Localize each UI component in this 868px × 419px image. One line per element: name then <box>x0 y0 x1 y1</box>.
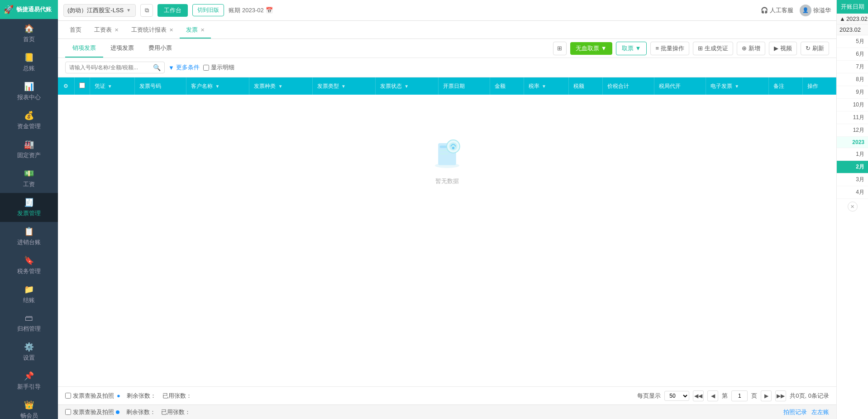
rp-item-10[interactable]: 2月 <box>837 161 868 173</box>
sidebar-item-固定资产[interactable]: 🏭 固定资产 <box>0 135 58 164</box>
photo-record-link[interactable]: 拍照记录 <box>783 408 807 416</box>
sidebar-item-税务管理[interactable]: 🔖 税务管理 <box>0 251 58 280</box>
rp-year-label-second: 2023.02 <box>839 26 861 33</box>
svg-point-7 <box>452 147 454 149</box>
sidebar-icon-11: ⚙️ <box>24 342 34 352</box>
sidebar-item-新手引导[interactable]: 📌 新手引导 <box>0 366 58 395</box>
status-used: 已用张数： <box>161 408 191 416</box>
sidebar-item-报表中心[interactable]: 📊 报表中心 <box>0 77 58 106</box>
show-detail-checkbox[interactable]: 显示明细 <box>203 63 234 72</box>
company-selector[interactable]: (勿动）江西股宝-LSS ▼ <box>63 4 136 17</box>
service-label: 人工客服 <box>770 6 793 14</box>
invoice-check-input[interactable] <box>65 393 71 399</box>
detail-checkbox-input[interactable] <box>203 65 209 71</box>
subtab-sales-invoice[interactable]: 销项发票 <box>65 39 103 58</box>
rp-item-5[interactable]: 10月 <box>837 99 868 111</box>
tab-payroll-label: 工资表 <box>94 26 112 34</box>
prev-page-btn[interactable]: ◀ <box>707 390 718 401</box>
next-page-btn[interactable]: ▶ <box>761 390 772 401</box>
footer-right: 每页显示 50 100 200 ◀◀ ◀ 第 页 ▶ ▶▶ 共0页, 0条记录 <box>637 390 829 401</box>
switch-version-button[interactable]: 切到旧版 <box>192 4 224 16</box>
batch-op-button[interactable]: ≡ 批量操作 <box>650 42 689 55</box>
workbench-button[interactable]: 工作台 <box>157 4 188 17</box>
grid-view-button[interactable]: ⊞ <box>553 42 567 55</box>
topbar-right: 🎧 人工客服 👤 徐溢华 <box>761 5 831 16</box>
invoice-check-checkbox[interactable]: 发票查验及拍照 ● <box>65 392 120 400</box>
sidebar-item-畅会员[interactable]: 👑 畅会员 <box>0 395 58 419</box>
col-invoice-type: 发票种类 ▼ <box>249 77 312 95</box>
tab-payroll[interactable]: 工资表 ✕ <box>88 22 125 39</box>
sidebar-item-结账[interactable]: 📁 结账 <box>0 280 58 309</box>
rp-item-6[interactable]: 11月 <box>837 111 868 124</box>
take-ticket-button[interactable]: 取票 ▼ <box>616 42 647 55</box>
no-take-ticket-button[interactable]: 无血取票 ▼ <box>570 42 612 55</box>
select-all-checkbox[interactable] <box>79 82 85 88</box>
sidebar-item-进销台账[interactable]: 📋 进销台账 <box>0 222 58 251</box>
rp-item-9[interactable]: 1月 <box>837 148 868 161</box>
first-page-btn[interactable]: ◀◀ <box>693 390 704 401</box>
filter-icon: ▼ <box>168 64 174 71</box>
sidebar-icon-12: 📌 <box>24 371 34 381</box>
rp-close-button[interactable]: ✕ <box>848 202 858 212</box>
sidebar-item-首页[interactable]: 🏠 首页 <box>0 19 58 48</box>
plus-icon: ⊕ <box>742 45 747 52</box>
tab-payroll-report[interactable]: 工资统计报表 ✕ <box>125 22 180 39</box>
rp-item-7[interactable]: 12月 <box>837 124 868 137</box>
tab-invoice-label: 发票 <box>186 26 198 34</box>
more-conditions-button[interactable]: ▼ 更多条件 <box>168 63 200 72</box>
tab-home[interactable]: 首页 <box>63 22 88 39</box>
sidebar-icon-9: 📁 <box>24 284 34 294</box>
voucher-icon: ⊞ <box>698 45 703 52</box>
rp-item-2[interactable]: 7月 <box>837 61 868 73</box>
status-used-label: 已用张数： <box>161 409 191 415</box>
rp-item-1[interactable]: 6月 <box>837 48 868 61</box>
copy-button[interactable]: ⧉ <box>140 4 153 17</box>
right-panel-title: 开账日期 <box>841 3 864 10</box>
subtab-expense-receipt[interactable]: 费用小票 <box>141 39 179 58</box>
video-button[interactable]: ▶ 视频 <box>769 42 797 55</box>
main-area: (勿动）江西股宝-LSS ▼ ⧉ 工作台 切到旧版 账期 2023-02 📅 🎧… <box>58 0 836 419</box>
mobile-link[interactable]: 左左账 <box>811 408 829 416</box>
close-payroll-report-tab[interactable]: ✕ <box>169 27 173 33</box>
tab-payroll-report-label: 工资统计报表 <box>131 26 167 34</box>
close-payroll-tab[interactable]: ✕ <box>114 27 119 33</box>
rp-item-4[interactable]: 9月 <box>837 86 868 99</box>
rp-item-0[interactable]: 5月 <box>837 35 868 48</box>
sidebar-item-工资[interactable]: 💵 工资 <box>0 164 58 193</box>
rp-item-11[interactable]: 3月 <box>837 173 868 186</box>
sidebar-item-发票管理[interactable]: 🧾 发票管理 <box>0 193 58 222</box>
user-name: 徐溢华 <box>813 6 831 14</box>
new-button[interactable]: ⊕ 新增 <box>737 42 765 55</box>
col-setting[interactable]: ⚙ <box>58 77 74 95</box>
status-bar: 发票查验及拍照 剩余张数： 已用张数： 拍照记录 左左账 <box>58 405 836 419</box>
rp-year-2023-top: ▲ 2023.02 <box>837 14 868 24</box>
search-input[interactable] <box>69 64 150 71</box>
col-invoice-date: 开票日期 <box>439 77 490 95</box>
right-panel: 开账日期 ▲ 2023.02 2023.02 5月6月7月8月9月10月11月1… <box>836 0 868 419</box>
rp-item-3[interactable]: 8月 <box>837 73 868 86</box>
refresh-button[interactable]: ↻ 刷新 <box>801 42 829 55</box>
search-box[interactable]: 🔍 <box>65 62 165 73</box>
generate-voucher-button[interactable]: ⊞ 生成凭证 <box>693 42 733 55</box>
sidebar-item-总账[interactable]: 📒 总账 <box>0 48 58 77</box>
subtab-purchase-invoice[interactable]: 进项发票 <box>103 39 141 58</box>
page-size-select[interactable]: 50 100 200 <box>664 391 689 401</box>
user-avatar-area[interactable]: 👤 徐溢华 <box>800 5 831 16</box>
status-check-label: 发票查验及拍照 <box>73 408 114 416</box>
rp-item-8[interactable]: 2023 <box>837 137 868 148</box>
tab-invoice[interactable]: 发票 ✕ <box>180 22 211 39</box>
page-input[interactable] <box>731 390 748 401</box>
sidebar-item-设置[interactable]: ⚙️ 设置 <box>0 337 58 366</box>
right-panel-header[interactable]: 开账日期 <box>837 0 868 14</box>
sidebar-item-归档管理[interactable]: 🗃 归档管理 <box>0 309 58 337</box>
status-check-input[interactable] <box>65 409 71 415</box>
sidebar-label-8: 税务管理 <box>17 267 41 275</box>
customer-service[interactable]: 🎧 人工客服 <box>761 6 793 14</box>
last-page-btn[interactable]: ▶▶ <box>775 390 786 401</box>
status-check-checkbox[interactable]: 发票查验及拍照 <box>65 408 121 416</box>
sidebar-label-11: 设置 <box>23 354 35 362</box>
rp-item-12[interactable]: 4月 <box>837 186 868 199</box>
close-invoice-tab[interactable]: ✕ <box>200 27 205 33</box>
sidebar-item-资金管理[interactable]: 💰 资金管理 <box>0 106 58 135</box>
col-checkbox[interactable] <box>74 77 90 95</box>
